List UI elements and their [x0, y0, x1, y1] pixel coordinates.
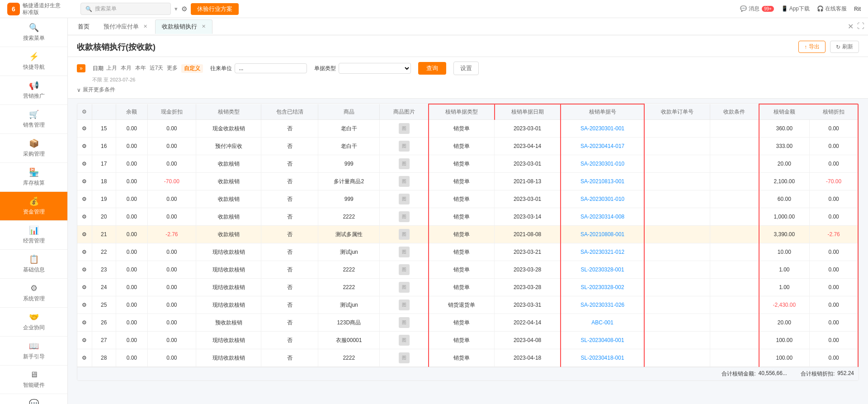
sidebar-item-hardware[interactable]: 🖥 智能硬件: [0, 366, 67, 394]
sidebar-item-guide[interactable]: 📖 新手引导: [0, 337, 67, 366]
bill-no-link[interactable]: SA-20230301-010: [580, 196, 624, 202]
refresh-button[interactable]: ↻ 刷新: [830, 41, 859, 53]
sidebar-item-ops[interactable]: 📊 经营管理: [0, 221, 67, 250]
date-more[interactable]: 更多: [167, 64, 178, 73]
row-settings[interactable]: ⚙: [77, 243, 92, 261]
bill-no-link[interactable]: SA-20210813-001: [580, 178, 624, 185]
bill-no-link[interactable]: SA-20210808-001: [580, 231, 624, 238]
row-bill-no[interactable]: SA-20230301-001: [561, 120, 645, 138]
row-bill-no[interactable]: SL-20230328-002: [561, 279, 645, 296]
row-bill-no[interactable]: SL-20230418-001: [561, 349, 645, 367]
bill-no-link[interactable]: SL-20230408-001: [581, 337, 624, 343]
date-this-month[interactable]: 本月: [121, 64, 132, 73]
setting-button[interactable]: 设置: [453, 62, 479, 75]
row-bill-no[interactable]: ABC-001: [561, 314, 645, 332]
row-settings[interactable]: ⚙: [77, 208, 92, 226]
bill-no-link[interactable]: SL-20230328-001: [581, 266, 624, 273]
row-settings[interactable]: ⚙: [77, 279, 92, 296]
date-custom[interactable]: 自定义: [181, 64, 203, 73]
search-box[interactable]: 🔍 搜索菜单: [80, 3, 171, 15]
footer-total-amount: 合计核销金额: 40,556,66...: [722, 370, 787, 378]
date-7days[interactable]: 近7天: [150, 64, 164, 73]
bill-no-link[interactable]: SL-20230328-002: [581, 284, 624, 290]
bill-no-link[interactable]: ABC-001: [591, 319, 613, 326]
tab-prepay[interactable]: 预付冲应付单 ✕: [97, 19, 154, 34]
expand-more[interactable]: ∨ 展开更多条件: [77, 86, 859, 94]
sidebar-item-sales[interactable]: 🛒 销售管理: [0, 105, 67, 134]
row-bill-no[interactable]: SL-20230408-001: [561, 332, 645, 349]
date-last-month[interactable]: 上月: [106, 64, 117, 73]
sidebar-item-wechat[interactable]: 💬 企业微信: [0, 394, 67, 404]
sidebar-item-system[interactable]: ⚙ 系统管理: [0, 279, 67, 308]
sidebar-item-purchase[interactable]: 📦 采购管理: [0, 134, 67, 163]
row-bill-no[interactable]: SA-20210808-001: [561, 226, 645, 243]
row-balance: 0.00: [116, 314, 147, 332]
close-tab-icon[interactable]: ✕: [848, 22, 854, 31]
bill-type-label: 单据类型: [314, 65, 336, 72]
row-bill-no[interactable]: SA-20230314-008: [561, 208, 645, 226]
tab-home[interactable]: 首页: [71, 20, 96, 33]
row-bill-type: 销货单: [429, 208, 495, 226]
table-footer: 合计核销金额: 40,556,66... 合计核销折扣: 952.24: [77, 367, 859, 380]
export-button[interactable]: ↑ 导出: [798, 41, 826, 53]
tab-close-prepay[interactable]: ✕: [143, 24, 147, 29]
row-settings[interactable]: ⚙: [77, 314, 92, 332]
row-settings[interactable]: ⚙: [77, 296, 92, 314]
row-bill-no[interactable]: SA-20230331-026: [561, 296, 645, 314]
bill-type-select[interactable]: [339, 63, 411, 74]
bill-no-link[interactable]: SA-20230321-012: [580, 249, 624, 255]
sidebar-item-search[interactable]: 🔍 搜索菜单: [0, 18, 67, 47]
query-button[interactable]: 查询: [418, 62, 446, 75]
row-cash-discount: 0.00: [147, 314, 196, 332]
online-service[interactable]: 🎧 在线客服: [817, 5, 847, 13]
notifications[interactable]: 💬 消息 99+: [740, 5, 774, 13]
sidebar-item-label: 智能硬件: [23, 381, 45, 389]
app-download[interactable]: 📱 App下载: [781, 5, 810, 13]
tab-bar: 首页 预付冲应付单 ✕ 收款核销执行 ✕ ✕ ⛶: [68, 18, 868, 35]
row-bill-no[interactable]: SA-20230301-010: [561, 155, 645, 173]
row-write-off-amount: 20.00: [759, 314, 810, 332]
row-bill-no[interactable]: SA-20230321-012: [561, 243, 645, 261]
sidebar-item-marketing[interactable]: 📢 营销推广: [0, 76, 67, 105]
tab-close-receipts[interactable]: ✕: [202, 24, 206, 29]
gear-icon[interactable]: ⚙: [181, 5, 187, 13]
expand-icon[interactable]: ⛶: [857, 22, 864, 31]
row-settings[interactable]: ⚙: [77, 155, 92, 173]
row-bill-no[interactable]: SA-20230301-010: [561, 190, 645, 208]
row-bill-no[interactable]: SA-20210813-001: [561, 173, 645, 190]
row-settings[interactable]: ⚙: [77, 138, 92, 155]
row-payment-terms: [710, 138, 759, 155]
row-settings[interactable]: ⚙: [77, 261, 92, 279]
row-settings[interactable]: ⚙: [77, 190, 92, 208]
row-settings[interactable]: ⚙: [77, 226, 92, 243]
industry-btn[interactable]: 休验行业方案: [191, 3, 239, 15]
filter-toggle-btn[interactable]: »: [77, 64, 85, 72]
sidebar-item-inventory[interactable]: 🏪 库存核算: [0, 163, 67, 192]
user-name[interactable]: Rit: [854, 6, 861, 12]
date-this-year[interactable]: 本年: [135, 64, 146, 73]
sidebar-item-finance[interactable]: 💰 资金管理: [0, 192, 67, 221]
bill-no-link[interactable]: SA-20230414-017: [580, 143, 624, 149]
col-settings[interactable]: ⚙: [77, 104, 92, 120]
row-bill-no[interactable]: SA-20230414-017: [561, 138, 645, 155]
row-settings[interactable]: ⚙: [77, 332, 92, 349]
row-bill-no[interactable]: SL-20230328-001: [561, 261, 645, 279]
row-goods: 衣服00001: [318, 332, 380, 349]
sidebar-item-quick-nav[interactable]: ⚡ 快捷导航: [0, 47, 67, 76]
bill-no-link[interactable]: SA-20230301-010: [580, 161, 624, 167]
bill-no-link[interactable]: SA-20230331-026: [580, 302, 624, 308]
bill-no-link[interactable]: SA-20230314-008: [580, 214, 624, 220]
row-settings[interactable]: ⚙: [77, 349, 92, 367]
bill-no-link[interactable]: SL-20230418-001: [581, 355, 624, 361]
row-balance: 0.00: [116, 120, 147, 138]
partner-input[interactable]: [235, 63, 307, 73]
row-settings[interactable]: ⚙: [77, 173, 92, 190]
tab-receipts[interactable]: 收款核销执行 ✕: [155, 19, 212, 34]
row-settings[interactable]: ⚙: [77, 120, 92, 138]
bill-no-link[interactable]: SA-20230301-001: [580, 125, 624, 132]
row-payment-terms: [710, 243, 759, 261]
sidebar-item-basic[interactable]: 📋 基础信息: [0, 250, 67, 279]
row-write-off-type: 现结收款核销: [196, 279, 261, 296]
main-layout: 🔍 搜索菜单 ⚡ 快捷导航 📢 营销推广 🛒 销售管理 📦 采购管理 🏪 库存核…: [0, 18, 868, 404]
sidebar-item-collab[interactable]: 🤝 企业协同: [0, 308, 67, 337]
